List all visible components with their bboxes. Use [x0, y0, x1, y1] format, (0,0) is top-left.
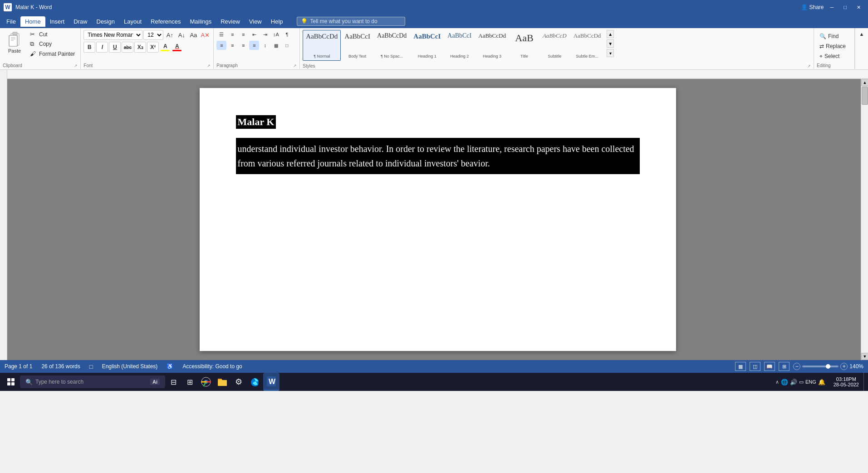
vertical-scrollbar[interactable]: ▲ ▼: [861, 79, 868, 360]
gallery-down-arrow[interactable]: ▼: [607, 39, 614, 48]
selected-text-block: understand individual investor behavior.…: [236, 138, 640, 174]
menu-review[interactable]: Review: [216, 16, 245, 27]
align-center-button[interactable]: ≡: [227, 41, 237, 50]
text-color-button[interactable]: A: [172, 42, 182, 52]
settings-button[interactable]: ⚙: [230, 373, 247, 391]
style-no-spacing[interactable]: AaBbCcDd ¶ No Spac...: [374, 30, 410, 61]
line-spacing-button[interactable]: ↕: [260, 41, 270, 50]
replace-button[interactable]: ⇄ Replace: [817, 42, 848, 50]
bold-button[interactable]: B: [83, 42, 95, 53]
taskbar-search-bar[interactable]: 🔍 Type here to search Ai: [20, 375, 165, 388]
paste-button[interactable]: Paste: [3, 30, 26, 55]
find-button[interactable]: 🔍 Find: [817, 32, 841, 40]
clipboard-expand-icon[interactable]: ↗: [74, 63, 78, 68]
text-highlight-button[interactable]: A: [160, 42, 171, 52]
scroll-up-button[interactable]: ▲: [861, 79, 868, 86]
show-desktop-button[interactable]: [863, 373, 866, 391]
minimize-button[interactable]: ─: [827, 4, 838, 11]
menu-view[interactable]: View: [245, 16, 266, 27]
styles-expand-icon[interactable]: ↗: [807, 64, 811, 68]
style-heading3[interactable]: AaBbCcDd Heading 3: [475, 30, 509, 61]
print-layout-button[interactable]: ▦: [735, 362, 746, 371]
align-left-button[interactable]: ≡: [216, 41, 226, 50]
focus-mode-button[interactable]: ⊞: [779, 362, 790, 371]
format-painter-button[interactable]: 🖌 Format Painter: [27, 49, 78, 58]
font-size-select[interactable]: 12: [143, 30, 163, 40]
cut-button[interactable]: ✂ Cut: [27, 30, 78, 39]
increase-indent-button[interactable]: ⇥: [260, 30, 270, 39]
start-button[interactable]: [2, 373, 20, 391]
maximize-button[interactable]: □: [840, 4, 850, 11]
menu-references[interactable]: References: [146, 16, 185, 27]
shading-button[interactable]: ▩: [271, 41, 281, 50]
italic-button[interactable]: I: [96, 42, 108, 53]
superscript-button[interactable]: X²: [147, 42, 159, 53]
tray-chevron[interactable]: ∧: [775, 379, 779, 385]
multilevel-button[interactable]: ≡: [238, 30, 248, 39]
collapse-ribbon-button[interactable]: ▲: [855, 28, 868, 69]
font-name-select[interactable]: Times New Roman: [83, 30, 142, 40]
clock[interactable]: 03:18PM 28-05-2022: [830, 376, 863, 387]
menu-mailings[interactable]: Mailings: [186, 16, 216, 27]
font-grow-button[interactable]: A↑: [164, 30, 175, 40]
style-heading1[interactable]: AaBbCcI Heading 1: [410, 30, 444, 61]
paragraph-expand-icon[interactable]: ↗: [293, 63, 297, 68]
zoom-thumb: [826, 364, 830, 369]
zoom-plus-button[interactable]: +: [840, 363, 848, 370]
share-button[interactable]: 👤 Share: [801, 4, 824, 10]
chrome-button[interactable]: [198, 373, 214, 391]
menu-search-bar[interactable]: 💡: [297, 17, 405, 26]
justify-button[interactable]: ≡: [249, 41, 259, 50]
subscript-button[interactable]: X₂: [134, 42, 146, 53]
menu-layout[interactable]: Layout: [119, 16, 146, 27]
gallery-up-arrow[interactable]: ▲: [607, 30, 614, 38]
scroll-thumb[interactable]: [862, 87, 868, 105]
style-title[interactable]: AaB Title: [510, 30, 539, 61]
style-subtitle[interactable]: AaBbCcD Subtitle: [539, 30, 570, 61]
word-taskbar-button[interactable]: W: [263, 373, 280, 391]
menu-bar: File Home Insert Draw Design Layout Refe…: [0, 15, 868, 28]
close-button[interactable]: ✕: [853, 4, 864, 11]
numbering-button[interactable]: ≡: [227, 30, 237, 39]
style-heading2[interactable]: AaBbCcI Heading 2: [444, 30, 475, 61]
show-para-button[interactable]: ¶: [282, 30, 292, 39]
scroll-track[interactable]: [861, 86, 868, 353]
underline-button[interactable]: U: [109, 42, 121, 53]
change-case-button[interactable]: Aa: [188, 30, 199, 40]
font-expand-icon[interactable]: ↗: [207, 63, 211, 68]
edge-button[interactable]: [247, 373, 263, 391]
menu-search-input[interactable]: [310, 18, 401, 24]
menu-file[interactable]: File: [2, 16, 20, 27]
zoom-slider[interactable]: [802, 366, 839, 367]
decrease-indent-button[interactable]: ⇤: [249, 30, 259, 39]
style-subtle-em[interactable]: AaBbCcDd Subtle Em...: [570, 30, 604, 61]
menu-insert[interactable]: Insert: [45, 16, 69, 27]
scroll-down-button[interactable]: ▼: [861, 353, 868, 360]
font-shrink-button[interactable]: A↓: [176, 30, 187, 40]
gallery-more-arrow[interactable]: ▾: [607, 49, 614, 57]
style-body-text[interactable]: AaBbCcI Body Text: [341, 30, 373, 61]
style-normal[interactable]: AaBbCcDd ¶ Normal: [303, 30, 341, 61]
bullets-button[interactable]: ☰: [216, 30, 226, 39]
document-page[interactable]: Malar K understand individual investor b…: [200, 88, 676, 351]
notification-icon[interactable]: 🔔: [818, 379, 825, 385]
zoom-minus-button[interactable]: −: [793, 363, 800, 370]
select-button[interactable]: ⌖ Select: [817, 52, 842, 60]
copy-button[interactable]: ⧉ Copy: [27, 39, 78, 49]
sort-button[interactable]: ↕A: [271, 30, 281, 39]
read-mode-button[interactable]: 📖: [764, 362, 775, 371]
task-view-button[interactable]: ⊟: [165, 373, 181, 391]
web-layout-button[interactable]: ◫: [750, 362, 760, 371]
word-icon-letter: W: [5, 4, 10, 10]
menu-design[interactable]: Design: [92, 16, 119, 27]
clear-formatting-button[interactable]: A✕: [200, 30, 211, 40]
widgets-button[interactable]: ⊞: [181, 373, 198, 391]
menu-help[interactable]: Help: [266, 16, 288, 27]
collapse-icon[interactable]: ▲: [856, 29, 867, 39]
strikethrough-button[interactable]: abc: [122, 42, 133, 53]
borders-button[interactable]: □: [282, 41, 292, 50]
file-explorer-button[interactable]: [214, 373, 230, 391]
menu-home[interactable]: Home: [20, 16, 45, 27]
align-right-button[interactable]: ≡: [238, 41, 248, 50]
menu-draw[interactable]: Draw: [69, 16, 92, 27]
